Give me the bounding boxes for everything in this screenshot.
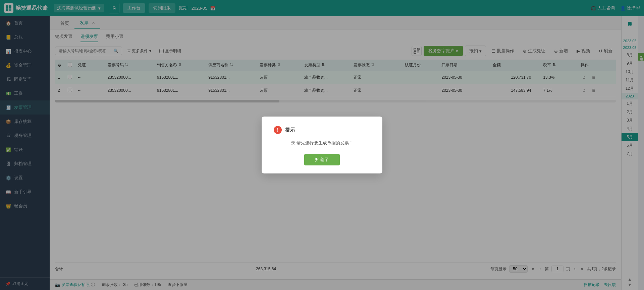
- modal-dialog: ! 提示 亲,请先选择要生成单据的发票！ 知道了: [262, 117, 382, 173]
- modal-title: 提示: [285, 127, 295, 133]
- modal-footer: 知道了: [274, 154, 370, 165]
- modal-ok-btn[interactable]: 知道了: [304, 154, 340, 165]
- modal-warning-icon: !: [274, 126, 282, 134]
- modal-body: 亲,请先选择要生成单据的发票！: [274, 140, 370, 146]
- modal-overlay: ! 提示 亲,请先选择要生成单据的发票！ 知道了: [0, 0, 644, 290]
- modal-header: ! 提示: [274, 126, 370, 134]
- modal-message: 亲,请先选择要生成单据的发票！: [291, 140, 353, 145]
